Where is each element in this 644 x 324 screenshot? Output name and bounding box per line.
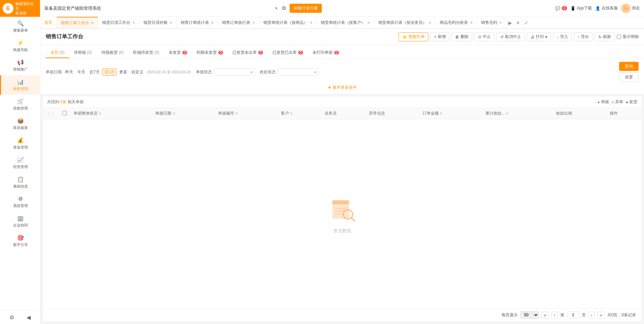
sidebar-item-search[interactable]: 🔍 搜索菜单 [0,17,40,36]
tab-home[interactable]: 首页 [40,17,57,28]
import-icon: ↓ [557,35,559,39]
tab-expand-btn[interactable]: ⤢ [522,17,530,28]
tab-close-all-btn[interactable]: ✕ [514,17,522,28]
sidebar-item-finance[interactable]: 💰 资金管理 [0,134,40,153]
tab-sales-profit[interactable]: 销售毛利 ✕ [477,17,506,28]
expand-conditions-btn[interactable]: ▼ 展开更多条件 [328,85,357,90]
sidebar-collapse-icon[interactable]: ◀ [27,314,31,321]
page-end: 页 [582,312,586,318]
tab-more-btn[interactable]: ▶ [506,17,514,28]
tab-close-sales-workbench[interactable]: ✕ [91,21,94,25]
status-label: 单据状态 [196,69,212,75]
filter-tab-wangpu-ship[interactable]: 旺铺待发货 (0) [128,48,164,58]
query-btn[interactable]: 查询 [619,62,639,71]
shortcut-7days[interactable]: 近7天 [88,69,101,76]
payment-select[interactable] [278,68,318,76]
import-btn[interactable]: ↓ 导入 [553,32,572,41]
sidebar-item-sales[interactable]: 📊 销售管理 [0,75,40,95]
add-btn[interactable]: + 新增 [430,32,449,41]
filter-tab-pending-review[interactable]: 待审核 (0) [69,48,97,58]
online-service-btn[interactable]: 👤 在线客服 [595,5,618,11]
sidebar-item-quick-nav[interactable]: ⚡ 快捷导航 [0,36,40,56]
show-detail-checkbox[interactable] [617,35,621,39]
tab-close-sales-staff[interactable]: ✕ [429,21,431,25]
refresh-btn[interactable]: ↻ 刷新 [595,32,615,41]
tab-gross-margin[interactable]: 商品毛利分析表 ✕ [436,17,477,28]
th-customer[interactable]: 客户 ⇅ [277,108,321,119]
sidebar-item-inventory[interactable]: 📦 库存核算 [0,114,40,134]
sidebar-item-system[interactable]: ⚙ 系统管理 [0,192,40,212]
tab-sales-staff[interactable]: 销货单统计表（按业务员） ✕ [374,17,436,28]
filter-tab-not-shipped[interactable]: 未发货 0 [164,48,192,58]
next-page-btn[interactable]: › [589,312,595,319]
shortcut-more[interactable]: 更多 [118,69,129,76]
delete-btn[interactable]: 🗑 删除 [452,32,472,41]
select-all-checkbox[interactable] [62,111,67,115]
smart-create-btn[interactable]: ⭐ 智能生单 [398,32,428,41]
filter-tab-overdue-ship[interactable]: 到期未发货 0 [192,48,228,58]
message-btn[interactable]: 💬 6 [555,6,567,11]
status-select[interactable] [214,68,254,76]
first-page-btn[interactable]: « [542,312,549,319]
tab-cash-daily[interactable]: 钱货日清工作台 ✕ [98,17,139,28]
cancel-review-action-btn[interactable]: ● 弃审 [612,99,623,105]
show-detail-label[interactable]: 显示明细 [617,34,639,40]
service-icon: 👤 [595,6,600,11]
filter-tab-all[interactable]: 全部 (0) [46,48,69,58]
tab-close-sales-stats[interactable]: ✕ [211,21,214,25]
print-btn[interactable]: 🖨 打印 ▾ [527,32,551,41]
tab-close-sales-profit[interactable]: ✕ [499,21,502,25]
tab-cash-account[interactable]: 钱货日清对账 ✕ [139,17,177,28]
tab-sales-product[interactable]: 销货单统计表（按商品） ✕ [259,17,317,28]
stop-btn[interactable]: ⊙ 中止 [474,32,495,41]
th-checkbox[interactable] [59,108,70,119]
sidebar-item-enterprise[interactable]: 🏢 企业协同 [0,212,40,231]
tab-sales-workbench[interactable]: 销售订单工作台 ✕ [57,17,98,29]
tab-close-cash-account[interactable]: ✕ [170,21,172,25]
filter-tab-pending-inspect[interactable]: 待拣验货 (0) [97,48,128,58]
setting-btn[interactable]: 设置 [619,72,639,82]
filter-tab-shipped-not-in[interactable]: 已发货未出库 0 [228,48,268,58]
sidebar-bottom: ⚙ ◀ [0,311,40,324]
last-page-btn[interactable]: » [597,312,604,319]
cancel-stop-btn[interactable]: ↺ 取消中止 [497,32,525,41]
tab-sales-exec[interactable]: 销售订单执行表 ✕ [218,17,259,28]
user-btn[interactable]: Ea 用友 [621,4,640,13]
sidebar-item-purchase[interactable]: 🛒 采购管理 [0,95,40,114]
th-amount[interactable]: 订单金额 ⇅ [419,108,482,119]
prev-page-btn[interactable]: ‹ [551,312,557,319]
sidebar-settings-icon[interactable]: ⚙ [9,314,14,321]
th-state[interactable]: 单据整体状态 ⇅ [70,108,152,119]
sidebar-item-basic-info[interactable]: 📋 基础信息 [0,173,40,192]
sidebar-item-newbie[interactable]: 🎯 新手引导 [0,231,40,251]
shortcut-yesterday[interactable]: 昨天 [64,69,75,76]
th-collected[interactable]: 累计收款... ⇅ [482,108,553,119]
filter-tab-shipped-in[interactable]: 已发货已出库 0 [268,48,308,58]
settings-icon[interactable]: ⚙ [282,5,286,11]
shortcut-custom[interactable]: 自定义 [130,69,145,76]
page-input[interactable] [567,312,579,318]
tab-close-sales-product[interactable]: ✕ [310,21,312,25]
th-abnormal: 异常信息 [366,108,419,119]
th-number[interactable]: 单据编号 ⇅ [215,108,277,119]
th-date[interactable]: 单据日期 ⇅ [152,108,215,119]
filter-tabs: 全部 (0) 待审核 (0) 待拣验货 (0) 旺铺待发货 (0) 未发货 0 … [40,45,644,58]
review-action-btn[interactable]: ● 审核 [597,99,609,105]
tab-sales-customer[interactable]: 销货单统计表（按客户） ✕ [317,17,374,28]
tab-close-gross-margin[interactable]: ✕ [470,21,473,25]
industry-btn[interactable]: 体验行业方案 [290,4,322,13]
tab-close-sales-customer[interactable]: ✕ [367,21,370,25]
ship-action-btn[interactable]: ● 发货 [626,99,637,105]
svg-point-6 [345,211,351,217]
export-btn[interactable]: ↑ 导出 [574,32,593,41]
tab-close-sales-exec[interactable]: ✕ [252,21,255,25]
tab-sales-stats[interactable]: 销售订单统计表 ✕ [177,17,218,28]
shortcut-1month[interactable]: 近1月 [102,69,117,76]
page-size-select[interactable]: 50 20 100 [520,311,539,319]
shortcut-today[interactable]: 今天 [76,69,87,76]
tab-close-cash-daily[interactable]: ✕ [132,21,135,25]
filter-tab-not-printed[interactable]: 未打印单据 0 [308,48,344,58]
sidebar-item-operation[interactable]: 📈 经营管理 [0,153,40,173]
app-download-btn[interactable]: 📱 App下载 [570,5,592,11]
sidebar-item-marketing[interactable]: 📢 营销推广 [0,56,40,75]
